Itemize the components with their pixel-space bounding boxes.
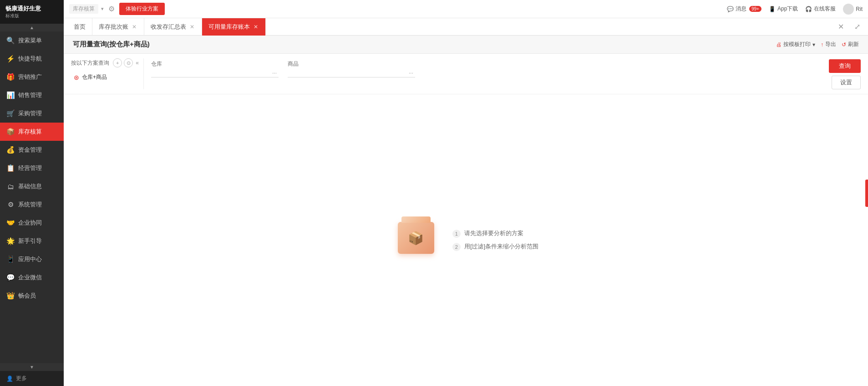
- print-icon: 🖨: [776, 41, 782, 48]
- breadcrumb-dropdown-icon[interactable]: ▾: [101, 6, 104, 12]
- app-download-icon: 📱: [769, 6, 776, 12]
- sidebar-item-label-purchase: 采购管理: [18, 109, 42, 118]
- empty-state: 📦 1 请先选择要分析的方案 2 用[过滤]条件来缩小分析范围: [64, 94, 868, 386]
- empty-tips: 1 请先选择要分析的方案 2 用[过滤]条件来缩小分析范围: [452, 229, 538, 251]
- sidebar-item-newbie[interactable]: 🌟新手引导: [0, 232, 64, 250]
- user-profile[interactable]: Rit: [843, 4, 863, 15]
- sidebar-item-apps[interactable]: 📱应用中心: [0, 250, 64, 268]
- warehouse-input-wrap: ···: [151, 69, 279, 77]
- tab-label-batch: 库存批次账: [99, 23, 128, 31]
- sidebar-item-purchase[interactable]: 🛒采购管理: [0, 104, 64, 123]
- apps-icon: 📱: [6, 255, 15, 263]
- tab-home[interactable]: 首页: [67, 18, 92, 36]
- expand-tab-icon[interactable]: ⤢: [851, 21, 863, 33]
- goods-input-wrap: ···: [288, 69, 415, 77]
- sidebar-item-label-inventory: 库存核算: [18, 128, 42, 136]
- filter-row-1: 仓库 ··· 商品 ···: [151, 60, 822, 77]
- refresh-icon: ↺: [842, 41, 846, 48]
- sidebar-item-operation[interactable]: 📋经营管理: [0, 159, 64, 177]
- tip-1-text: 请先选择要分析的方案: [464, 229, 523, 237]
- print-template-button[interactable]: 🖨 按模板打印 ▾: [776, 41, 815, 48]
- system-icon: ⚙: [6, 201, 15, 209]
- close-tab-icon[interactable]: ✕: [834, 21, 847, 33]
- sidebar-scroll-down[interactable]: ▼: [0, 363, 64, 371]
- sidebar-item-member[interactable]: 👑畅会员: [0, 287, 64, 305]
- settings-button[interactable]: 设置: [832, 76, 861, 89]
- user-name-label: Rit: [856, 6, 863, 12]
- industry-solution-button[interactable]: 体验行业方案: [119, 3, 165, 15]
- user-avatar: [843, 4, 854, 15]
- tab-available[interactable]: 可用量库存账本✕: [202, 18, 266, 36]
- sidebar-item-label-sales: 销售管理: [18, 91, 42, 99]
- enterprise-icon: 🤝: [6, 219, 15, 227]
- tab-close-summary[interactable]: ✕: [189, 24, 195, 30]
- tip-num-1: 1: [452, 230, 461, 238]
- goods-filter-field: 商品 ···: [288, 60, 415, 77]
- sidebar-items: 🔍搜索菜单⚡快捷导航🎁营销推广📊销售管理🛒采购管理📦库存核算💰资金管理📋经营管理…: [0, 31, 64, 363]
- tab-summary[interactable]: 收发存汇总表✕: [144, 18, 202, 36]
- scheme-action-icons: + ⊙: [113, 58, 133, 67]
- goods-more-icon[interactable]: ···: [409, 70, 413, 76]
- print-template-label: 按模板打印: [783, 41, 811, 48]
- refresh-label: 刷新: [848, 41, 859, 48]
- collapse-icon[interactable]: «: [136, 60, 139, 66]
- sidebar-item-sales[interactable]: 📊销售管理: [0, 86, 64, 104]
- filter-panel: 按以下方案查询 + ⊙ « ⊛ 仓库+商品 仓库: [64, 54, 868, 94]
- brand-tag: 标准版: [5, 13, 19, 19]
- print-dropdown-icon[interactable]: ▾: [812, 41, 815, 48]
- brand-logo: 畅康通好生意 标准版: [0, 0, 64, 24]
- refresh-button[interactable]: ↺ 刷新: [842, 41, 859, 48]
- operation-icon: 📋: [6, 164, 15, 172]
- sidebar-item-label-basic: 基础信息: [18, 182, 42, 190]
- scheme-item-icon: ⊛: [74, 74, 79, 81]
- sidebar-item-label-finance: 资金管理: [18, 146, 42, 154]
- sidebar-item-system[interactable]: ⚙系统管理: [0, 196, 64, 214]
- sidebar-bottom-more[interactable]: 👤 更多: [0, 371, 64, 386]
- finance-icon: 💰: [6, 146, 15, 154]
- export-button[interactable]: ↑ 导出: [821, 41, 836, 48]
- export-icon: ↑: [821, 41, 823, 48]
- main-area: 库存核算 ▾ ⚙ 体验行业方案 💬 消息 99+ 📱 App下载 🎧 在线客服 …: [64, 0, 868, 386]
- query-button[interactable]: 查询: [829, 59, 861, 73]
- sidebar-item-shortcut[interactable]: ⚡快捷导航: [0, 50, 64, 68]
- inventory-icon: 📦: [6, 128, 15, 136]
- sidebar-item-search[interactable]: 🔍搜索菜单: [0, 31, 64, 50]
- sidebar: 畅康通好生意 标准版 ▲ 🔍搜索菜单⚡快捷导航🎁营销推广📊销售管理🛒采购管理📦库…: [0, 0, 64, 386]
- notification-item[interactable]: 💬 消息 99+: [727, 5, 761, 13]
- app-download-label: App下载: [777, 5, 798, 13]
- online-service-item[interactable]: 🎧 在线客服: [805, 5, 836, 13]
- settings-scheme-icon[interactable]: ⊙: [124, 58, 133, 67]
- sidebar-item-wechat[interactable]: 💬企业微信: [0, 268, 64, 287]
- sidebar-item-label-system: 系统管理: [18, 201, 42, 209]
- online-service-label: 在线客服: [814, 5, 836, 13]
- sidebar-scroll-up[interactable]: ▲: [0, 24, 64, 31]
- notification-badge: 99+: [749, 6, 761, 12]
- header-gear-icon[interactable]: ⚙: [107, 3, 117, 15]
- notification-label: 消息: [736, 5, 746, 13]
- sidebar-item-enterprise[interactable]: 🤝企业协同: [0, 214, 64, 232]
- brand-name: 畅康通好生意: [5, 5, 41, 13]
- tab-batch[interactable]: 库存批次账✕: [92, 18, 144, 36]
- sidebar-item-finance[interactable]: 💰资金管理: [0, 141, 64, 159]
- warehouse-input[interactable]: [153, 70, 270, 76]
- sidebar-item-label-enterprise: 企业协同: [18, 219, 42, 227]
- tab-close-available[interactable]: ✕: [253, 24, 259, 30]
- scheme-item-label: 仓库+商品: [82, 73, 107, 81]
- top-header: 库存核算 ▾ ⚙ 体验行业方案 💬 消息 99+ 📱 App下载 🎧 在线客服 …: [64, 0, 868, 18]
- app-download-item[interactable]: 📱 App下载: [769, 5, 798, 13]
- add-scheme-icon[interactable]: +: [113, 58, 122, 67]
- tabs-bar: 首页库存批次账✕收发存汇总表✕可用量库存账本✕ ✕ ⤢: [64, 18, 868, 36]
- tab-label-home: 首页: [74, 23, 86, 31]
- warehouse-label: 仓库: [151, 60, 279, 68]
- scheme-item-warehouse-goods[interactable]: ⊛ 仓库+商品: [71, 71, 139, 83]
- right-edge-scroll-indicator: [865, 180, 868, 207]
- warehouse-more-icon[interactable]: ···: [272, 70, 277, 76]
- sidebar-item-marketing[interactable]: 🎁营销推广: [0, 68, 64, 86]
- sidebar-item-basic[interactable]: 🗂基础信息: [0, 177, 64, 196]
- empty-box-graphic: 📦: [398, 222, 434, 254]
- tab-close-batch[interactable]: ✕: [131, 24, 137, 30]
- sidebar-item-inventory[interactable]: 📦库存核算: [0, 123, 64, 141]
- sidebar-item-label-shortcut: 快捷导航: [18, 55, 42, 63]
- user-icon: 👤: [6, 376, 13, 382]
- goods-input[interactable]: [289, 70, 407, 76]
